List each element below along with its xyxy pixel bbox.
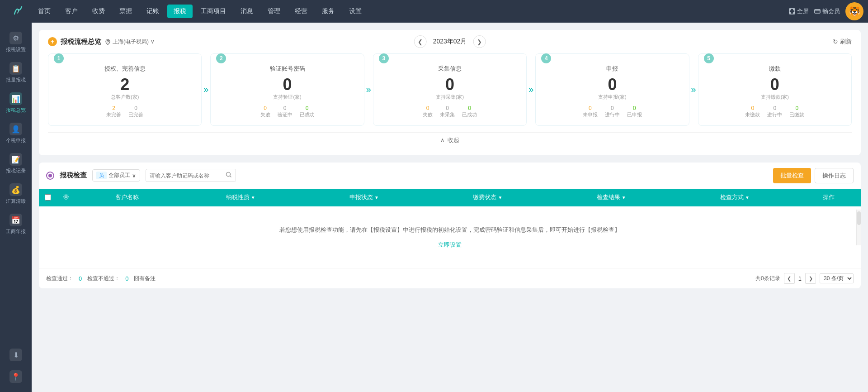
sidebar-item-annual-report[interactable]: 📅 工商年报 [0,209,32,239]
fail-count[interactable]: 0 [125,275,128,282]
sidebar-item-download[interactable]: ⬇ [0,344,32,366]
plus-icon: + [48,37,57,46]
nav-business[interactable]: 工商项目 [194,5,232,18]
step-4-stats: 0 未申报 0 进行中 0 已申报 [543,105,681,118]
step-2-title: 验证账号密码 [218,65,356,73]
operation-log-button[interactable]: 操作日志 [815,168,854,183]
settlement-icon: 💰 [9,183,22,196]
flow-steps: 1 授权、完善信息 2 总客户数(家) 2 未完善 0 已完善 » [48,53,852,126]
step-5-title: 缴款 [706,65,844,73]
collapse-label: 收起 [448,136,459,144]
step-5-stat-unpaid[interactable]: 0 [751,105,754,111]
select-all-checkbox[interactable] [45,194,51,201]
nav-invoice[interactable]: 票据 [113,5,138,18]
scrollbar-thumb [857,211,861,225]
batch-tax-icon: 📋 [9,62,22,75]
sidebar: ⚙ 报税设置 📋 批量报税 📊 报税总览 👤 个税申报 📝 报税记录 💰 汇算清… [0,23,32,392]
sidebar-item-batch-tax[interactable]: 📋 批量报税 [0,57,32,88]
sidebar-label-tax-overview: 报税总览 [6,107,26,114]
arrow-1: » [202,53,210,126]
th-checkbox[interactable] [39,189,57,206]
nav-operation[interactable]: 经营 [288,5,314,18]
fullscreen-button[interactable]: 全屏 [789,7,809,15]
top-nav-right: 全屏 畅会员 🐯 [789,2,863,20]
pass-count[interactable]: 0 [79,275,82,282]
scrollbar[interactable] [856,210,861,246]
top-navigation: 首页 客户 收费 票据 记账 报税 工商项目 消息 管理 经营 服务 设置 全屏… [0,0,868,23]
fail-label: 检查不通过： [87,275,120,282]
collapse-button[interactable]: ∧ 收起 [48,132,852,148]
th-customer-name: 客户名称 [75,189,179,206]
step-5-sub: 支持缴款(家) [706,94,844,100]
location-tag[interactable]: 上海(电子税局) ∨ [105,38,155,46]
nav-home[interactable]: 首页 [32,5,57,18]
first-page-button[interactable]: ❮ [784,273,795,284]
th-declare-status[interactable]: 申报状态 ▼ [302,189,426,206]
step-5-count: 0 [706,76,844,94]
arrow-2: » [364,53,373,126]
vip-button[interactable]: 畅会员 [814,7,840,15]
step-pay: 5 缴款 0 支持缴款(家) 0 未缴款 0 进行中 0 已缴款 [698,53,852,126]
th-tax-type[interactable]: 纳税性质 ▼ [179,189,302,206]
setup-link[interactable]: 立即设置 [438,241,462,248]
search-wrap [146,169,236,182]
th-pay-status[interactable]: 缴费状态 ▼ [426,189,549,206]
step-1-stat-incomplete[interactable]: 2 [112,105,115,111]
step-5-stat-paid[interactable]: 0 [795,105,798,111]
refresh-button[interactable]: ↻ 刷新 [833,38,852,46]
th-check-method[interactable]: 检查方式 ▼ [673,189,797,206]
check-title: 报税检查 [60,171,87,180]
sidebar-label-individual-tax: 个税申报 [6,137,26,144]
filter-icon-pay: ▼ [498,195,502,200]
step-3-stat-success[interactable]: 0 [468,105,471,111]
step-4-stat-declared[interactable]: 0 [633,105,636,111]
sidebar-item-location[interactable]: 📍 [0,366,32,387]
next-page-button[interactable]: ❯ [805,273,816,284]
table-header: 客户名称 纳税性质 ▼ 申报状态 ▼ [39,189,861,206]
step-3-badge: 3 [379,53,389,63]
step-2-stat-success[interactable]: 0 [306,105,309,111]
search-input[interactable] [146,170,222,181]
location-chevron: ∨ [151,38,155,45]
nav-fee[interactable]: 收费 [86,5,111,18]
nav-accounting[interactable]: 记账 [140,5,165,18]
step-2-stat-fail[interactable]: 0 [264,105,267,111]
svg-point-3 [107,40,109,42]
location-icon: 📍 [9,370,22,383]
per-page-select[interactable]: 30 条/页 [820,273,854,283]
nav-management[interactable]: 管理 [261,5,287,18]
th-check-result[interactable]: 检查结果 ▼ [549,189,673,206]
sidebar-item-tax-settings[interactable]: ⚙ 报税设置 [0,27,32,57]
th-settings[interactable] [57,189,75,206]
step-5-stat-inprogress[interactable]: 0 [773,105,776,111]
search-button[interactable] [222,169,236,182]
nav-service[interactable]: 服务 [316,5,341,18]
employee-selector[interactable]: 员 全部员工 ∨ [92,169,140,182]
sidebar-item-individual-tax[interactable]: 👤 个税申报 [0,118,32,148]
next-month-button[interactable]: ❯ [473,35,486,48]
svg-rect-1 [789,9,795,14]
nav-items: 首页 客户 收费 票据 记账 报税 工商项目 消息 管理 经营 服务 设置 [32,5,789,18]
nav-tax[interactable]: 报税 [167,5,193,18]
sidebar-item-tax-records[interactable]: 📝 报税记录 [0,148,32,179]
step-3-stat-fail[interactable]: 0 [426,105,429,111]
step-3-stat-pending[interactable]: 0 [446,105,449,111]
nav-message[interactable]: 消息 [234,5,259,18]
step-3-title: 采集信息 [381,65,519,73]
current-page: 1 [798,275,802,282]
step-4-stat-inprogress[interactable]: 0 [611,105,614,111]
step-collect: 3 采集信息 0 支持采集(家) 0 失败 0 未采集 0 已成功 [373,53,527,126]
nav-settings[interactable]: 设置 [343,5,368,18]
sidebar-label-tax-records: 报税记录 [6,167,26,174]
check-table: 客户名称 纳税性质 ▼ 申报状态 ▼ [39,189,861,268]
flow-header-row: + 报税流程总览 上海(电子税局) ∨ ❮ 2023年02月 ❯ ↻ 刷新 [48,37,852,46]
prev-month-button[interactable]: ❮ [414,35,427,48]
step-1-stat-complete[interactable]: 0 [134,105,137,111]
sidebar-item-tax-overview[interactable]: 📊 报税总览 [0,88,32,118]
filter-icon-tax-type: ▼ [251,195,255,200]
step-2-stat-verifying[interactable]: 0 [283,105,287,111]
sidebar-item-settlement[interactable]: 💰 汇算清缴 [0,179,32,209]
nav-customer[interactable]: 客户 [59,5,84,18]
batch-check-button[interactable]: 批量检查 [773,168,811,183]
step-4-stat-undeclared[interactable]: 0 [589,105,592,111]
